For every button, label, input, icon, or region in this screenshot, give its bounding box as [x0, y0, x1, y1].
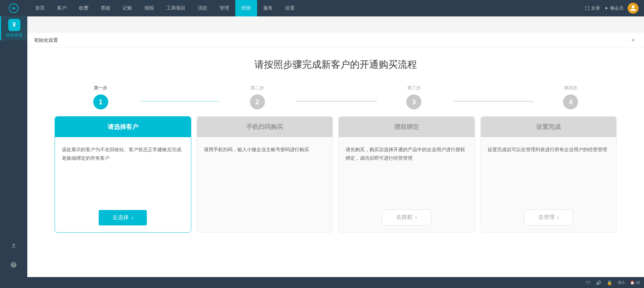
- card-3-body: 请先购买，购买后选择开通的产品中的企业用户进行授权绑定，成功后即可进行经营管理: [339, 137, 475, 202]
- fullscreen-btn[interactable]: 全屏: [585, 5, 600, 11]
- nav-piaoju[interactable]: 票据: [95, 0, 116, 16]
- connector-1: ›: [140, 101, 218, 102]
- close-button[interactable]: ×: [629, 36, 637, 44]
- nav-baoshui[interactable]: 报税: [138, 0, 160, 16]
- card-2-footer: [197, 219, 333, 232]
- card-1-header: 请选择客户: [55, 117, 191, 137]
- download-icon: [10, 242, 17, 249]
- sidebar-bottom: [0, 236, 27, 288]
- step-2-circle: 2: [250, 94, 265, 109]
- status-bar: ▶ 完成 🛡 🔊 🔒 消 0 ⏰ 10: [0, 277, 644, 288]
- step-4-label: 第四步: [564, 85, 577, 91]
- step-card-1: 请选择客户 该处展示的客户为不在回收站、客户状态正常建账后完成老板端绑定的所有客…: [55, 116, 191, 233]
- step-1-label: 第一步: [94, 85, 107, 91]
- step-3-header: 第三步 3: [375, 85, 453, 109]
- video-icon: [604, 6, 609, 11]
- top-nav: 首页 客户 收费 票据 记账 报税 工商项目 消息 管理 经营 服务 设置 全屏…: [0, 0, 644, 16]
- jingying-icon: ¥: [8, 19, 20, 31]
- card-3-header: 授权绑定: [339, 117, 475, 137]
- vip-btn[interactable]: 畅会员: [604, 5, 624, 11]
- fullscreen-icon: [585, 6, 590, 11]
- counter-text: 消 0: [618, 280, 625, 285]
- nav-shouye[interactable]: 首页: [29, 0, 51, 16]
- step-1-action-btn[interactable]: 去选择 ›: [99, 210, 147, 225]
- nav-gongshang[interactable]: 工商项目: [160, 0, 192, 16]
- nav-fuwu[interactable]: 服务: [257, 0, 279, 16]
- step-2-label: 第二步: [251, 85, 264, 91]
- nav-right: 全屏 畅会员: [585, 3, 644, 14]
- status-bar-right: 🛡 🔊 🔒 消 0 ⏰ 10: [586, 280, 640, 285]
- time-text: ⏰ 10: [630, 280, 640, 285]
- step-card-4: 设置完成 设置完成后可以在管理列表进行所有企业用户的经营管理 去管理 ›: [480, 116, 617, 233]
- volume-icon: 🔊: [596, 280, 601, 285]
- user-avatar[interactable]: [628, 3, 639, 14]
- step-4-action-btn[interactable]: 去管理 ›: [524, 209, 573, 225]
- step-4-header: 第四步 4: [532, 85, 610, 109]
- sidebar: ¥ 经营管理: [0, 0, 27, 288]
- card-1-footer: 去选择 ›: [55, 203, 191, 232]
- card-4-body: 设置完成后可以在管理列表进行所有企业用户的经营管理: [481, 137, 617, 202]
- step-2-header: 第二步 2: [218, 85, 296, 109]
- sidebar-item-jingying[interactable]: ¥ 经营管理: [0, 16, 27, 40]
- shield-status-icon: 🛡: [586, 280, 590, 285]
- nav-shezhi[interactable]: 设置: [279, 0, 301, 16]
- nav-kehu[interactable]: 客户: [51, 0, 73, 16]
- step-1-header: 第一步 1: [61, 85, 140, 109]
- step-card-3: 授权绑定 请先购买，购买后选择开通的产品中的企业用户进行授权绑定，成功后即可进行…: [338, 116, 475, 233]
- steps-container: 请按照步骤完成新客户的开通购买流程 第一步 1 › 第二步 2 › 第: [27, 48, 644, 239]
- step-1-circle: 1: [93, 94, 108, 109]
- connector-2: ›: [296, 101, 375, 102]
- card-2-body: 请用手机扫码，输入小微企业主账号密码进行购买: [197, 137, 333, 219]
- page-title: 初始化设置: [34, 37, 58, 43]
- logo-icon: [9, 3, 18, 13]
- steps-flow-header: 第一步 1 › 第二步 2 › 第三步 3 ›: [41, 85, 630, 109]
- avatar-icon: [630, 5, 636, 12]
- nav-shoufei[interactable]: 收费: [73, 0, 95, 16]
- sidebar-download[interactable]: [0, 236, 27, 255]
- nav-guanli[interactable]: 管理: [213, 0, 235, 16]
- nav-jingying[interactable]: 经营: [235, 0, 257, 16]
- step-3-label: 第三步: [407, 85, 421, 91]
- step-4-circle: 4: [563, 94, 578, 109]
- step-3-action-btn[interactable]: 去授权 ›: [382, 209, 431, 225]
- step-3-circle: 3: [406, 94, 421, 109]
- card-4-header: 设置完成: [481, 117, 617, 137]
- nav-xiaoxi[interactable]: 消息: [192, 0, 213, 16]
- steps-main-title: 请按照步骤完成新客户的开通购买流程: [41, 58, 630, 71]
- card-1-body: 该处展示的客户为不在回收站、客户状态正常建账后完成老板端绑定的所有客户: [55, 137, 191, 203]
- cards-row: 请选择客户 该处展示的客户为不在回收站、客户状态正常建账后完成老板端绑定的所有客…: [41, 116, 630, 233]
- lock-icon: 🔒: [607, 280, 612, 285]
- card-4-footer: 去管理 ›: [481, 202, 617, 232]
- step-card-2: 手机扫码购买 请用手机扫码，输入小微企业主账号密码进行购买: [197, 116, 333, 233]
- main-area: 初始化设置 × 请按照步骤完成新客户的开通购买流程 第一步 1 › 第二步 2 …: [27, 33, 644, 288]
- nav-jizhang[interactable]: 记账: [116, 0, 138, 16]
- card-2-header: 手机扫码购买: [197, 117, 333, 137]
- card-3-footer: 去授权 ›: [339, 202, 475, 232]
- support-icon: [10, 261, 17, 268]
- page-header: 初始化设置 ×: [27, 33, 644, 48]
- sidebar-logo: [0, 0, 27, 16]
- sidebar-support[interactable]: [0, 255, 27, 274]
- connector-3: ›: [453, 101, 531, 102]
